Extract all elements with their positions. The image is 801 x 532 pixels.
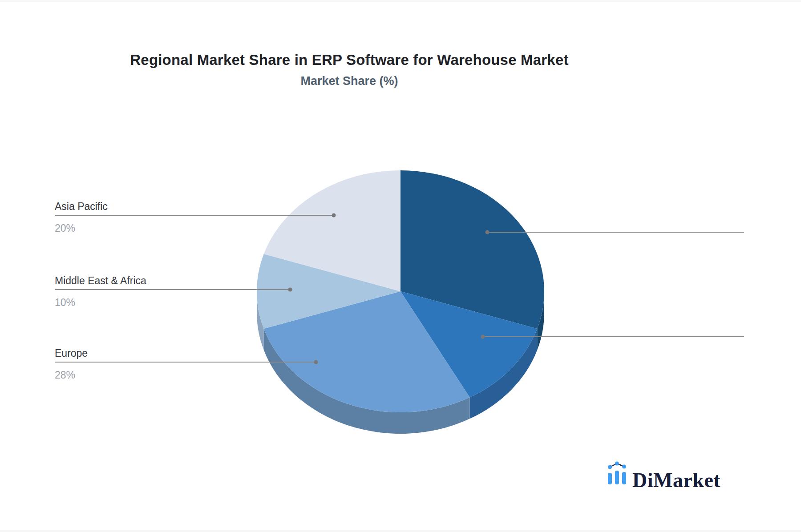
leader-dot xyxy=(481,335,485,339)
logo-bar-1 xyxy=(608,473,612,484)
logo-dot-3 xyxy=(622,465,626,469)
chart-title: Regional Market Share in ERP Software fo… xyxy=(0,52,699,69)
slice-name: Middle East & Africa xyxy=(55,275,146,286)
leader-dot xyxy=(288,288,292,292)
logo-bar-3 xyxy=(622,472,626,484)
slice-percent: 28% xyxy=(55,369,75,381)
logo-text: DiMarket xyxy=(632,468,720,492)
chart-subtitle: Market Share (%) xyxy=(0,74,699,88)
leader-dot xyxy=(485,230,490,234)
leader-dot xyxy=(332,214,336,218)
chart-canvas: Regional Market Share in ERP Software fo… xyxy=(0,0,801,532)
logo-dot-2 xyxy=(615,462,619,466)
slice-name: Europe xyxy=(55,347,88,359)
slice-percent: 10% xyxy=(55,297,75,308)
leader-dot xyxy=(314,360,318,364)
slice-percent: 20% xyxy=(55,222,75,234)
logo-bar-2 xyxy=(615,471,619,484)
logo-dot-1 xyxy=(608,465,612,469)
slice-name: Asia Pacific xyxy=(55,201,108,212)
